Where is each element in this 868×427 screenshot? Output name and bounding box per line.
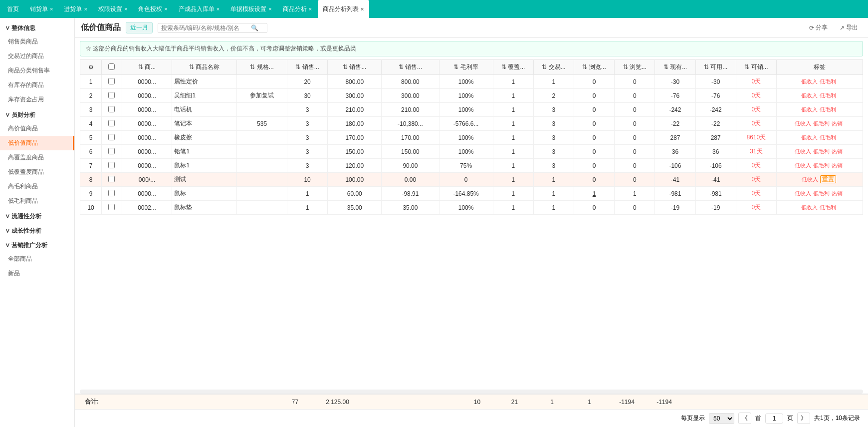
row-check[interactable] (102, 89, 122, 103)
next-page-button[interactable]: 》 (797, 413, 810, 424)
nav-item-商品分析列表[interactable]: 商品分析列表 × (318, 0, 369, 18)
sidebar-group-∨ 流通性分析[interactable]: ∨ 流通性分析 (0, 208, 74, 223)
sidebar-item-低覆盖度商品[interactable]: 低覆盖度商品 (0, 165, 74, 179)
nav-item-权限设置[interactable]: 权限设置 × (93, 0, 132, 18)
nav-item-产成品入库单[interactable]: 产成品入库单 × (174, 0, 224, 18)
col-header-13[interactable]: ⇅ 可销... (736, 60, 776, 75)
sidebar-group-∨ 整体信息[interactable]: ∨ 整体信息 (0, 20, 74, 34)
nav-item-首页[interactable]: 首页 (2, 0, 24, 18)
page-label2: 页 (787, 414, 793, 423)
nav-item-进货单[interactable]: 进货单 × (59, 0, 92, 18)
row-gross: 100% (439, 75, 493, 89)
row-checkbox[interactable] (108, 106, 115, 112)
footer-cell-13: -1194 (613, 399, 641, 406)
row-cover: 1 (493, 75, 533, 89)
search-icon[interactable]: 🔍 (251, 24, 258, 31)
col-header-4[interactable]: ⇅ 销售... (328, 60, 382, 75)
col-settings[interactable]: ⚙ (80, 60, 102, 75)
col-header-5[interactable]: ⇅ 销售... (382, 60, 439, 75)
row-spec: 535 (237, 117, 287, 131)
col-header-1[interactable]: ⇅ 商品名称 (172, 60, 237, 75)
row-tags: 低收入低毛利热销 (776, 145, 863, 159)
sidebar-item-高价值商品[interactable]: 高价值商品 (0, 121, 74, 136)
col-header-2[interactable]: ⇅ 规格... (237, 60, 287, 75)
col-header-8[interactable]: ⇅ 交易... (533, 60, 574, 75)
browse-link[interactable]: 1 (593, 190, 596, 197)
row-check[interactable] (102, 173, 122, 187)
sidebar-item-库存资金占用[interactable]: 库存资金占用 (0, 92, 74, 107)
col-header-12[interactable]: ⇅ 可用... (695, 60, 736, 75)
sidebar-group-∨ 员财分析[interactable]: ∨ 员财分析 (0, 107, 74, 121)
close-icon[interactable]: × (84, 6, 87, 12)
sidebar-item-高覆盖度商品[interactable]: 高覆盖度商品 (0, 150, 74, 165)
row-checkbox[interactable] (108, 120, 115, 126)
col-header-3[interactable]: ⇅ 销售... (287, 60, 328, 75)
close-icon[interactable]: × (164, 6, 167, 12)
row-trade: 3 (533, 131, 574, 145)
row-name: 电话机 (172, 103, 237, 117)
filter-button[interactable]: 近一月 (126, 22, 153, 33)
col-header-6[interactable]: ⇅ 毛利率 (439, 60, 493, 75)
nav-item-销货单[interactable]: 销货单 × (25, 0, 58, 18)
row-trade: 3 (533, 145, 574, 159)
close-icon[interactable]: × (309, 6, 312, 12)
row-checkbox[interactable] (108, 134, 115, 140)
sidebar-group-∨ 成长性分析[interactable]: ∨ 成长性分析 (0, 223, 74, 237)
row-check[interactable] (102, 159, 122, 173)
sidebar-item-低价值商品[interactable]: 低价值商品 (0, 136, 74, 150)
nav-item-单据模板设置[interactable]: 单据模板设置 × (225, 0, 276, 18)
sidebar-item-销售类商品[interactable]: 销售类商品 (0, 34, 74, 49)
horizontal-scrollbar[interactable] (80, 390, 863, 394)
close-icon[interactable]: × (50, 6, 53, 12)
row-avail: -41 (695, 173, 736, 187)
row-check[interactable] (102, 131, 122, 145)
row-checkbox[interactable] (108, 204, 115, 210)
col-header-7[interactable]: ⇅ 覆盖... (493, 60, 533, 75)
row-browse2: 0 (615, 145, 655, 159)
close-icon[interactable]: × (361, 6, 364, 12)
page-number-input[interactable] (765, 414, 783, 424)
sidebar-item-交易过的商品[interactable]: 交易过的商品 (0, 49, 74, 63)
row-checkbox[interactable] (108, 92, 115, 98)
export-button[interactable]: ↗ 导出 (836, 22, 862, 33)
sidebar-item-低毛利商品[interactable]: 低毛利商品 (0, 194, 74, 208)
sidebar-item-新品[interactable]: 新品 (0, 266, 74, 281)
row-checkbox[interactable] (108, 148, 115, 154)
row-checkbox[interactable] (108, 78, 115, 84)
close-icon[interactable]: × (124, 6, 127, 12)
row-check[interactable] (102, 75, 122, 89)
col-header-0[interactable]: ⇅ 商... (122, 60, 172, 75)
row-checkbox[interactable] (108, 176, 115, 182)
sidebar-item-高毛利商品[interactable]: 高毛利商品 (0, 179, 74, 194)
row-code: 0000... (122, 145, 172, 159)
nav-item-角色授权[interactable]: 角色授权 × (133, 0, 172, 18)
row-tags: 低收入低毛利热销 (776, 117, 863, 131)
sidebar-item-全部商品[interactable]: 全部商品 (0, 252, 74, 266)
row-s1: 3 (287, 159, 328, 173)
col-header-11[interactable]: ⇅ 现有... (655, 60, 695, 75)
share-button[interactable]: ⟳ 分享 (805, 22, 832, 33)
row-check[interactable] (102, 201, 122, 215)
close-icon[interactable]: × (217, 6, 219, 12)
col-header-9[interactable]: ⇅ 浏览... (574, 60, 615, 75)
first-page-button[interactable]: 《 (738, 413, 751, 424)
col-header-10[interactable]: ⇅ 浏览... (615, 60, 655, 75)
row-check[interactable] (102, 145, 122, 159)
row-check[interactable] (102, 117, 122, 131)
row-check[interactable] (102, 187, 122, 201)
sidebar-group-∨ 营销推广分析[interactable]: ∨ 营销推广分析 (0, 237, 74, 252)
search-input[interactable] (161, 24, 251, 31)
row-browse1: 0 (574, 117, 615, 131)
row-stock: -22 (655, 117, 695, 131)
row-check[interactable] (102, 103, 122, 117)
row-checkbox[interactable] (108, 190, 115, 196)
per-page-select[interactable]: 50100200 (709, 413, 734, 424)
close-icon[interactable]: × (268, 6, 271, 12)
row-no: 4 (80, 117, 102, 131)
sidebar-item-有库存的商品[interactable]: 有库存的商品 (0, 78, 74, 92)
select-all-checkbox[interactable] (108, 63, 115, 70)
nav-item-商品分析[interactable]: 商品分析 × (278, 0, 317, 18)
row-tags: 低收入重置 (776, 173, 863, 187)
row-checkbox[interactable] (108, 162, 115, 168)
sidebar-item-商品分类销售率[interactable]: 商品分类销售率 (0, 63, 74, 78)
